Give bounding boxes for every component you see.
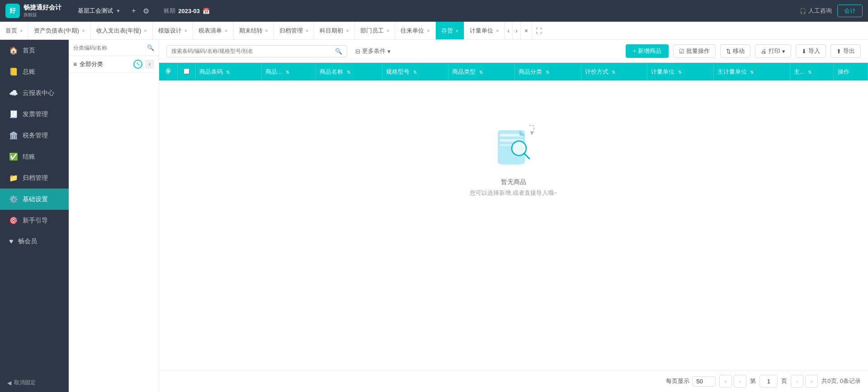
sidebar-item-guide[interactable]: 🎯 新手引导 [0,210,69,231]
batch-btn[interactable]: ☑ 批量操作 [673,44,716,58]
prev-page-btn[interactable]: ‹ [734,375,746,387]
category-search-icon[interactable]: 🔍 [147,44,154,51]
tab-home[interactable]: 首页 × [0,22,28,39]
new-product-btn[interactable]: + 新增商品 [626,44,669,58]
tab-inventory[interactable]: 存货 × [436,22,464,39]
per-page-select[interactable]: 20 50 100 200 [692,376,716,387]
tab-department[interactable]: 部门员工 × [355,22,395,39]
th-name[interactable]: 商品名称 ⇅ [316,63,382,80]
add-icon[interactable]: + [130,5,137,17]
filter-btn[interactable]: ⊟ 更多条件 ▾ [352,45,394,57]
tab-home-close[interactable]: × [20,28,23,33]
cancel-fixed-btn[interactable]: ◀ 取消固定 [0,373,69,392]
sidebar-item-home[interactable]: 🏠 首页 [0,40,69,61]
move-btn[interactable]: ⇅ 移动 [720,44,750,58]
tab-subject[interactable]: 科目期初 × [314,22,354,39]
sort-type-icon[interactable]: ⇅ [479,70,483,75]
tab-income-close[interactable]: × [144,28,146,33]
tab-template[interactable]: 模版设计 × [153,22,193,39]
search-icon[interactable]: 🔍 [335,48,342,55]
sidebar-item-tax[interactable]: 🏛️ 税务管理 [0,125,69,146]
tab-balance-sheet-close[interactable]: × [82,28,85,33]
tab-income[interactable]: 收入支出表(年报) × [91,22,153,39]
tab-next-btn[interactable]: › [513,22,521,39]
last-page-btn[interactable]: » [805,375,818,387]
th-barcode[interactable]: 商品条码 ⇅ [195,63,262,80]
tab-tax[interactable]: 税表清单 × [193,22,233,39]
period-label: 账期 [164,7,175,15]
sidebar-item-archive[interactable]: 📁 归档管理 [0,167,69,189]
sort-spec-icon[interactable]: ⇅ [413,70,417,75]
tab-unit[interactable]: 计量单位 × [464,22,505,39]
page-input[interactable] [760,375,778,387]
batch-label: 批量操作 [686,47,710,55]
th-unit[interactable]: 计量单位 ⇅ [647,63,714,80]
th-main-unit[interactable]: 主计量单位 ⇅ [713,63,790,80]
sort-unit-icon[interactable]: ⇅ [678,70,682,75]
th-spec[interactable]: 规格型号 ⇅ [382,63,448,80]
sidebar-item-settings[interactable]: ⚙️ 基础设置 [0,189,69,210]
sidebar-item-close[interactable]: ✅ 结账 [0,146,69,167]
tab-inventory-close[interactable]: × [456,28,458,33]
import-btn[interactable]: ⬇ 导入 [796,44,826,58]
tab-close-all-btn[interactable]: × [521,22,532,39]
customer-service-btn[interactable]: 🎧 人工咨询 [799,7,832,15]
tab-template-close[interactable]: × [184,28,187,33]
sort-main-sub-icon[interactable]: ⇅ [808,70,811,75]
th-checkbox[interactable] [177,63,195,80]
print-btn[interactable]: 🖨 打印 ▾ [755,44,791,58]
sidebar-item-member[interactable]: ♥ 畅会员 [0,231,69,252]
sort-code-icon[interactable]: ⇅ [286,70,289,75]
calendar-icon[interactable]: 📅 [203,8,210,14]
move-label: 移动 [733,47,745,55]
sidebar-item-report[interactable]: ☁️ 云报表中心 [0,82,69,104]
sort-price-method-icon[interactable]: ⇅ [612,70,615,75]
tab-archive[interactable]: 归档管理 × [274,22,314,39]
tab-archive-close[interactable]: × [306,28,308,33]
tab-department-close[interactable]: × [387,28,389,33]
sort-category-icon[interactable]: ⇅ [546,70,549,75]
category-edit-icon[interactable]: ✎ [133,60,142,69]
category-collapse-icon[interactable]: ‹ [145,60,154,69]
th-type[interactable]: 商品类型 ⇅ [448,63,515,80]
th-price-method[interactable]: 计价方式 ⇅ [581,63,647,80]
category-search-area: 🔍 [69,40,159,56]
sidebar-item-ledger[interactable]: 📒 总账 [0,61,69,82]
next-page-btn[interactable]: › [791,375,803,387]
sidebar-item-invoice[interactable]: 🧾 发票管理 [0,104,69,125]
tab-balance-sheet[interactable]: 资产负债表(中期) × [28,22,90,39]
tab-prev-btn[interactable]: ‹ [505,22,513,39]
tab-tax-close[interactable]: × [225,28,227,33]
th-category[interactable]: 商品分类 ⇅ [514,63,581,80]
account-button[interactable]: 会计 [837,5,863,17]
print-chevron-icon: ▾ [782,48,785,55]
export-btn[interactable]: ⬆ 导出 [830,44,861,58]
page-label: 页 [781,377,787,385]
sort-main-unit-icon[interactable]: ⇅ [750,70,754,75]
category-search-input[interactable] [73,45,144,51]
header-actions: + ⚙ [130,5,151,17]
sort-name-icon[interactable]: ⇅ [347,70,350,75]
tab-subject-close[interactable]: × [346,28,349,33]
first-page-btn[interactable]: « [719,375,732,387]
th-code[interactable]: 商品... ⇅ [262,63,316,80]
tab-expand-btn[interactable]: ⛶ [532,22,546,39]
tab-contacts[interactable]: 往来单位 × [395,22,435,39]
category-panel: 🔍 ≡ 全部分类 ✎ ‹ [69,40,159,392]
search-input-wrap: 🔍 [166,45,347,57]
tab-contacts-close[interactable]: × [427,28,429,33]
product-search-input[interactable] [171,48,332,54]
org-selector[interactable]: 基层工会测试 ▼ [78,7,121,15]
th-main-sub[interactable]: 主... ⇅ [790,63,834,80]
tab-period-carry-close[interactable]: × [265,28,268,33]
table-container[interactable]: 商品条码 ⇅ 商品... ⇅ 商品名称 ⇅ [159,63,868,370]
tab-archive-label: 归档管理 [279,27,303,35]
settings-icon[interactable]: ⚙ [141,5,151,17]
tab-unit-close[interactable]: × [496,28,499,33]
th-type-label: 商品类型 [452,68,476,75]
sort-barcode-icon[interactable]: ⇅ [226,70,230,75]
select-all-checkbox[interactable] [184,68,189,74]
sidebar-item-member-label: 畅会员 [18,237,37,246]
tab-period-carry[interactable]: 期末结转 × [234,22,274,39]
th-gear[interactable] [159,63,177,80]
